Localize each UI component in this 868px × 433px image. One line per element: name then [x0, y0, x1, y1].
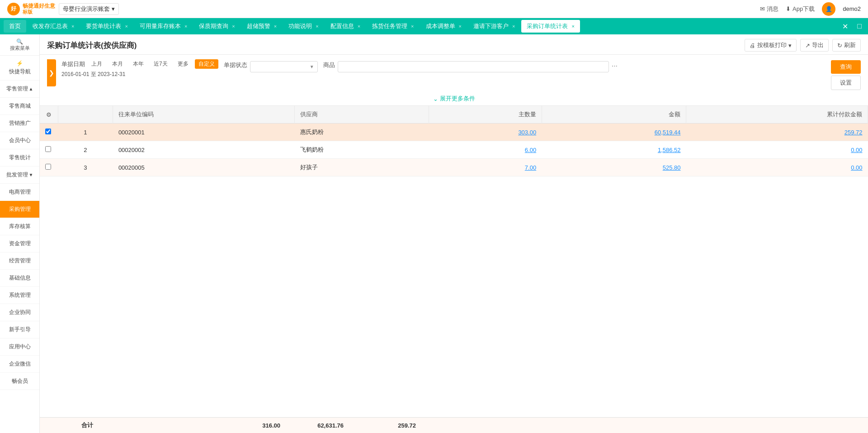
sidebar-item-purchase-mgmt[interactable]: 采购管理 — [0, 201, 39, 218]
row3-check[interactable] — [40, 159, 58, 176]
date-custom-tag[interactable]: 自定义 — [195, 59, 218, 69]
status-filter-group: 单据状态 — [224, 59, 318, 72]
date-filter-row: 单据日期 上月 本月 本年 近7天 更多 自定义 — [61, 59, 218, 69]
row1-supplier-name: 惠氏奶粉 — [295, 124, 429, 141]
tab-config-info[interactable]: 配置信息 × — [325, 20, 366, 33]
row1-num: 1 — [58, 124, 113, 141]
close-tab-shelf-life[interactable]: × — [232, 24, 235, 29]
tab-shelf-life[interactable]: 保质期查询 × — [193, 20, 240, 33]
export-button[interactable]: ↗ 导出 — [800, 39, 829, 52]
close-tab-config-info[interactable]: × — [358, 24, 360, 29]
close-tab-pick-task[interactable]: × — [411, 24, 414, 29]
tab-purchase-stats[interactable]: 采购订单统计表 × — [521, 20, 580, 33]
tab-invite-customer[interactable]: 邀请下游客户 × — [468, 20, 520, 33]
table-row[interactable]: 2 00020002 飞鹤奶粉 6.00 1,586.52 0.00 — [40, 141, 868, 159]
top-bar-left: 好 畅捷通好生意 标版 母婴行业演示账套 ▾ — [7, 3, 119, 15]
date-range-display: 2016-01-01 至 2023-12-31 — [61, 71, 218, 78]
close-tab-cost-adjust[interactable]: × — [459, 24, 462, 29]
sidebar-item-ecommerce[interactable]: 电商管理 — [0, 184, 39, 201]
close-tab-purchase-stats[interactable]: × — [571, 24, 574, 29]
settings-icon[interactable]: ⚙ — [46, 111, 52, 118]
refresh-button[interactable]: ↻ 刷新 — [832, 39, 861, 52]
tab-overstock-warning[interactable]: 超储预警 × — [241, 20, 282, 33]
workspace-selector[interactable]: 母婴行业演示账套 ▾ — [59, 3, 119, 15]
sidebar-item-stock-check[interactable]: 库存核算 — [0, 218, 39, 235]
sidebar-item-retail-stats[interactable]: 零售统计 — [0, 149, 39, 167]
row1-check[interactable] — [40, 124, 58, 141]
date-btn-more[interactable]: 更多 — [174, 59, 192, 69]
date-btn-7days[interactable]: 近7天 — [150, 59, 171, 69]
row2-check[interactable] — [40, 141, 58, 159]
close-tab-available-stock[interactable]: × — [184, 24, 187, 29]
app-download-button[interactable]: ⬇ App下载 — [786, 5, 815, 13]
sidebar-item-app-center[interactable]: 应用中心 — [0, 338, 39, 356]
sidebar-item-member-center[interactable]: 会员中心 — [0, 132, 39, 149]
sidebar-item-retail-mgmt[interactable]: 零售管理 ▲ — [0, 81, 39, 98]
print-button[interactable]: 🖨 按模板打印 ▾ — [745, 39, 797, 52]
row2-quantity: 6.00 — [429, 141, 542, 159]
tab-cost-adjust[interactable]: 成本调整单 × — [420, 20, 467, 33]
table-row[interactable]: 3 00020005 好孩子 7.00 525.80 0.00 — [40, 159, 868, 176]
sidebar-item-marketing[interactable]: 营销推广 — [0, 115, 39, 132]
sidebar-item-enterprise-wechat[interactable]: 企业微信 — [0, 356, 39, 373]
row1-checkbox[interactable] — [45, 128, 51, 134]
sidebar-item-retail-store[interactable]: 零售商城 — [0, 98, 39, 115]
sidebar-item-vip-member[interactable]: 畅会员 — [0, 373, 39, 390]
sidebar-item-quick-nav[interactable]: ⚡ 快捷导航 — [0, 56, 39, 81]
page-title: 采购订单统计表(按供应商) — [47, 40, 137, 51]
sidebar-search[interactable]: 🔍 搜索菜单 — [0, 34, 39, 56]
row2-checkbox[interactable] — [45, 146, 51, 152]
expand-conditions-button[interactable]: ⌄ 展开更多条件 — [433, 95, 475, 103]
chevron-down-icon: ▾ — [112, 5, 115, 12]
message-icon: ✉ — [760, 5, 765, 12]
close-tab-receive-send[interactable]: × — [71, 24, 74, 29]
row3-supplier-name: 好孩子 — [295, 159, 429, 176]
col-settings-header[interactable]: ⚙ — [40, 106, 58, 124]
status-label: 单据状态 — [224, 61, 247, 69]
sidebar-item-enterprise-collab[interactable]: 企业协同 — [0, 304, 39, 321]
messages-button[interactable]: ✉ 消息 — [760, 5, 778, 13]
sidebar-item-sys-mgmt[interactable]: 系统管理 — [0, 287, 39, 304]
row3-checkbox[interactable] — [45, 164, 51, 170]
date-label: 单据日期 — [61, 60, 85, 68]
date-shortcuts: 上月 本月 本年 近7天 更多 自定义 — [88, 59, 218, 69]
tab-pick-task[interactable]: 拣货任务管理 × — [367, 20, 419, 33]
goods-input[interactable] — [338, 61, 609, 72]
table-row[interactable]: 1 00020001 惠氏奶粉 303.00 60,519.44 259.72 — [40, 124, 868, 141]
user-avatar[interactable]: 👤 — [822, 2, 835, 16]
print-icon: 🖨 — [750, 42, 755, 49]
goods-filter-group: 商品 ··· — [323, 59, 826, 72]
fullscreen-button[interactable]: □ — [854, 21, 864, 31]
close-tab-invite-customer[interactable]: × — [512, 24, 515, 29]
date-btn-this-year[interactable]: 本年 — [129, 59, 147, 69]
date-btn-last-month[interactable]: 上月 — [88, 59, 106, 69]
nav-tabs: 首页 收发存汇总表 × 要货单统计表 × 可用量库存账本 × 保质期查询 × 超… — [0, 18, 868, 34]
sidebar-item-ops-mgmt[interactable]: 经营管理 — [0, 252, 39, 270]
close-tab-order-stats[interactable]: × — [125, 24, 127, 29]
tab-home[interactable]: 首页 — [4, 20, 26, 33]
footer-paid: 259.72 — [371, 422, 416, 429]
sidebar-item-fund-mgmt[interactable]: 资金管理 — [0, 235, 39, 252]
tab-available-stock[interactable]: 可用量库存账本 × — [134, 20, 193, 33]
close-tab-func-desc[interactable]: × — [316, 24, 318, 29]
tab-receive-send[interactable]: 收发存汇总表 × — [27, 20, 80, 33]
sidebar-item-wholesale-mgmt[interactable]: 批发管理 ▼ — [0, 167, 39, 184]
footer-label: 合计 — [81, 421, 145, 429]
setting-button[interactable]: 设置 — [831, 76, 861, 90]
toggle-sidebar-button[interactable]: ❯ — [47, 59, 56, 86]
content-area: 采购订单统计表(按供应商) 🖨 按模板打印 ▾ ↗ 导出 ↻ 刷新 — [40, 34, 868, 433]
sidebar-item-new-guide[interactable]: 新手引导 — [0, 321, 39, 338]
tab-func-desc[interactable]: 功能说明 × — [283, 20, 324, 33]
page-header-actions: 🖨 按模板打印 ▾ ↗ 导出 ↻ 刷新 — [745, 39, 861, 52]
username-label[interactable]: demo2 — [843, 5, 861, 12]
logo-icon: 好 — [7, 3, 20, 15]
sidebar-item-basic-info[interactable]: 基础信息 — [0, 270, 39, 287]
close-tab-overstock-warning[interactable]: × — [274, 24, 277, 29]
tab-order-stats[interactable]: 要货单统计表 × — [80, 20, 133, 33]
date-btn-this-month[interactable]: 本月 — [108, 59, 127, 69]
close-all-tabs-button[interactable]: ✕ — [840, 21, 851, 32]
status-select[interactable] — [250, 61, 318, 72]
status-select-wrap — [250, 61, 318, 72]
goods-more-icon[interactable]: ··· — [612, 61, 618, 70]
query-button[interactable]: 查询 — [831, 60, 861, 74]
